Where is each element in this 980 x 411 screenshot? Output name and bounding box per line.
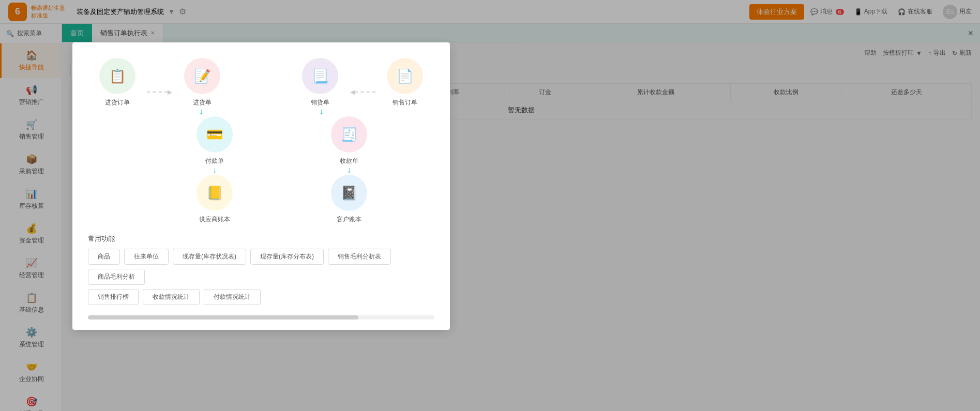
common-buttons-2: 销售排行榜 收款情况统计 付款情况统计	[88, 289, 434, 305]
common-btn-0[interactable]: 商品	[88, 249, 120, 265]
flow-item-purchase-bill[interactable]: 📝 进货单	[172, 58, 231, 107]
sales-bill-circle: 📃	[302, 58, 338, 94]
flow-item-customer-account[interactable]: 📓 客户账本	[315, 175, 383, 224]
receipt-circle: 🧾	[331, 116, 367, 153]
flow-item-sales-bill[interactable]: 📃 销货单	[291, 58, 350, 107]
popup: 📋 进货订单 ▶ 📝 进货单	[72, 42, 450, 330]
overlay[interactable]: 📋 进货订单 ▶ 📝 进货单	[0, 0, 980, 411]
common-section: 常用功能 商品 往来单位 现存量(库存状况表) 现存量(库存分布表) 销售毛利分…	[88, 234, 434, 305]
common-btn-3[interactable]: 现存量(库存分布表)	[250, 249, 324, 265]
flow-item-receipt[interactable]: 🧾 收款单	[315, 116, 383, 165]
flow-item-purchase-order[interactable]: 📋 进货订单	[88, 58, 147, 107]
common-btn-4[interactable]: 销售毛利分析表	[328, 249, 391, 265]
popup-scrollbar[interactable]	[88, 315, 434, 319]
flow-section: 📋 进货订单 ▶ 📝 进货单	[88, 58, 434, 224]
purchase-order-circle: 📋	[99, 58, 135, 94]
flow-item-sales-order[interactable]: 📄 销售订单	[375, 58, 434, 107]
payment-circle: 💳	[197, 116, 233, 153]
common-buttons: 商品 往来单位 现存量(库存状况表) 现存量(库存分布表) 销售毛利分析表 商品…	[88, 249, 434, 285]
flow-item-supplier-account[interactable]: 📒 供应商账本	[181, 175, 248, 224]
sales-order-circle: 📄	[387, 58, 423, 94]
common-btn-8[interactable]: 付款情况统计	[204, 289, 261, 305]
common-btn-7[interactable]: 收款情况统计	[143, 289, 200, 305]
common-btn-6[interactable]: 销售排行榜	[88, 289, 139, 305]
common-title: 常用功能	[88, 234, 434, 243]
purchase-bill-circle: 📝	[184, 58, 220, 94]
common-btn-1[interactable]: 往来单位	[124, 249, 169, 265]
popup-scrollbar-thumb	[88, 315, 358, 319]
common-btn-5[interactable]: 商品毛利分析	[88, 269, 145, 285]
customer-account-circle: 📓	[331, 175, 367, 211]
flow-item-payment[interactable]: 💳 付款单	[181, 116, 248, 165]
supplier-account-circle: 📒	[197, 175, 233, 211]
common-btn-2[interactable]: 现存量(库存状况表)	[173, 249, 246, 265]
